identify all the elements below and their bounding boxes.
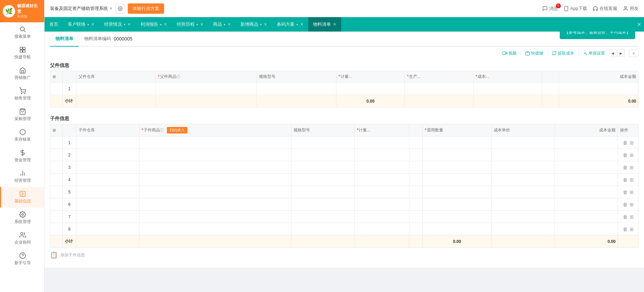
delete-icon[interactable]: 🗑 (623, 214, 628, 220)
svg-line-1 (24, 31, 26, 32)
delete-icon[interactable]: 🗑 (623, 152, 628, 158)
sidebar-item-operations[interactable]: 经营管理 (0, 166, 44, 187)
sidebar-item-basic[interactable]: 基础信息 (0, 187, 44, 208)
user-menu[interactable]: 用友 (623, 5, 639, 12)
child-table-row: 1 🗑 ⊞ (50, 137, 639, 149)
sidebar-item-system[interactable]: 系统管理 (0, 208, 44, 228)
close-icon[interactable]: ✕ (91, 22, 95, 27)
scan-button[interactable]: 扫码录入 (167, 127, 187, 133)
message-icon (542, 6, 548, 11)
menu-btn[interactable]: ≡ (629, 49, 639, 57)
service-button[interactable]: 在线客服 (593, 5, 617, 12)
sidebar-item-inventory[interactable]: 库存核算 (0, 125, 44, 146)
parent-settings-col[interactable]: ⚙ (50, 71, 63, 83)
close-icon[interactable]: ✕ (200, 22, 203, 27)
cart-icon (19, 87, 26, 94)
tab-bom[interactable]: 物料清单 ✕ (308, 17, 341, 32)
close-all-tabs[interactable]: ✕ (634, 21, 644, 28)
sidebar-item-purchase[interactable]: 采购管理 (0, 105, 44, 125)
chevron-down-icon: ▾ (124, 23, 125, 26)
settings-button[interactable] (115, 4, 125, 13)
logo-icon: 🌿 (3, 5, 15, 17)
child-table-header: ⚙ 子件仓库 *子件商品ⓘ 扫码录入 规格型号 *计量... *需用数量 成本单… (50, 124, 639, 137)
copy-icon[interactable]: ⊞ (630, 152, 634, 158)
delete-icon[interactable]: 🗑 (623, 189, 628, 195)
svg-rect-3 (23, 47, 25, 50)
tab-goods[interactable]: 商品 ▾ ✕ (208, 17, 236, 32)
cost-btn[interactable]: 提取成本 (552, 50, 574, 56)
sidebar-item-sales[interactable]: 销售管理 (0, 84, 44, 105)
tab-profit[interactable]: 利润报告 ▾ ✕ (136, 17, 172, 32)
chevron-down-icon: ▾ (160, 23, 162, 26)
parent-cost-col: *成本... (473, 71, 542, 83)
child-unitcost-col: 成本单价 (492, 124, 555, 137)
prev-arrow[interactable]: ◀ (609, 49, 617, 57)
parent-production-col: *生产... (405, 71, 473, 83)
next-arrow[interactable]: ▶ (617, 49, 625, 57)
app-download-button[interactable]: App下载 (564, 5, 587, 12)
system-selector[interactable]: 装备及固定资产辅助管理系统 ▼ (50, 5, 113, 12)
tab-operations-status[interactable]: 经营情况 ▾ ✕ (99, 17, 136, 32)
copy-icon[interactable]: ⊞ (630, 140, 634, 145)
close-icon[interactable]: ✕ (127, 22, 131, 27)
svg-rect-4 (20, 50, 23, 52)
copy-icon[interactable]: ⊞ (630, 214, 634, 220)
sidebar-item-enterprise[interactable]: 企业协同 (0, 228, 44, 249)
guide-icon (19, 252, 26, 259)
sidebar-item-guide[interactable]: 新手引导 (0, 249, 44, 269)
child-spec-col: 规格型号 (292, 124, 355, 137)
app-icon (564, 6, 569, 11)
sidebar-item-search[interactable]: 搜索菜单 (0, 22, 44, 43)
tab-new-goods[interactable]: 新增商品 ▾ ✕ (236, 17, 272, 32)
cost-icon (552, 51, 557, 56)
money-icon (19, 149, 26, 156)
megaphone-icon (19, 67, 26, 74)
shortcut-btn[interactable]: 快捷键 (525, 50, 543, 56)
copy-icon[interactable]: ⊞ (630, 165, 634, 170)
child-settings-col[interactable]: ⚙ (50, 124, 63, 137)
header-left: 装备及固定资产辅助管理系统 ▼ 体验行业方案 (50, 3, 164, 14)
parent-table-header: ⚙ 父件仓库 *父件商品ⓘ 规格型号 *计量... *生产... *成本... … (50, 71, 639, 83)
sub-tab-bom-code[interactable]: 物料清单编码 0000005 (79, 32, 138, 47)
delete-icon[interactable]: 🗑 (623, 165, 628, 170)
svg-rect-5 (23, 50, 25, 52)
child-num-col (63, 124, 76, 137)
tab-history[interactable]: 经营历程 ▾ ✕ (172, 17, 208, 32)
bottom-hint[interactable]: 📋 添加子件信息 (50, 248, 639, 262)
chart-icon (19, 170, 26, 177)
single-settings-icon (583, 51, 587, 56)
copy-icon[interactable]: ⊞ (630, 202, 634, 207)
close-icon[interactable]: ✕ (300, 22, 304, 27)
experience-button[interactable]: 体验行业方案 (128, 3, 164, 14)
close-icon[interactable]: ✕ (333, 22, 336, 27)
tab-home[interactable]: 首页 (45, 17, 63, 32)
close-icon[interactable]: ✕ (227, 22, 231, 27)
copy-icon[interactable]: ⊞ (630, 189, 634, 195)
delete-icon[interactable]: 🗑 (623, 226, 628, 232)
close-icon[interactable]: ✕ (264, 22, 267, 27)
sub-tab-bom-list[interactable]: 物料清单 (50, 32, 79, 47)
delete-icon[interactable]: 🗑 (623, 202, 628, 207)
video-icon (503, 51, 507, 56)
sidebar-item-quicknav[interactable]: 快捷导航 (0, 43, 44, 63)
tab-customer[interactable]: 客户联络 ▾ ✕ (63, 17, 99, 32)
svg-point-0 (20, 27, 24, 31)
single-settings-btn[interactable]: 单据设置 (583, 50, 605, 56)
video-btn[interactable]: 视频 (503, 50, 517, 56)
child-section-title: 子件信息 (50, 113, 639, 124)
delete-icon[interactable]: 🗑 (623, 140, 628, 145)
svg-point-24 (624, 7, 626, 8)
sidebar-item-marketing[interactable]: 营销推广 (0, 63, 44, 84)
delete-icon[interactable]: 🗑 (623, 177, 628, 183)
sidebar-item-finance[interactable]: 资金管理 (0, 146, 44, 166)
child-table: ⚙ 子件仓库 *子件商品ⓘ 扫码录入 规格型号 *计量... *需用数量 成本单… (50, 124, 639, 248)
tab-barcode[interactable]: 条码方案 ▾ ✕ (272, 17, 308, 32)
svg-marker-25 (506, 52, 507, 54)
logo-sub: 标准版 (17, 14, 41, 19)
copy-icon[interactable]: ⊞ (630, 226, 634, 232)
svg-point-18 (21, 233, 23, 235)
close-icon[interactable]: ✕ (164, 22, 167, 27)
copy-icon[interactable]: ⊞ (630, 177, 634, 183)
message-button[interactable]: 消息 6 (542, 5, 558, 12)
child-costamount-col: 成本金额 (555, 124, 618, 137)
